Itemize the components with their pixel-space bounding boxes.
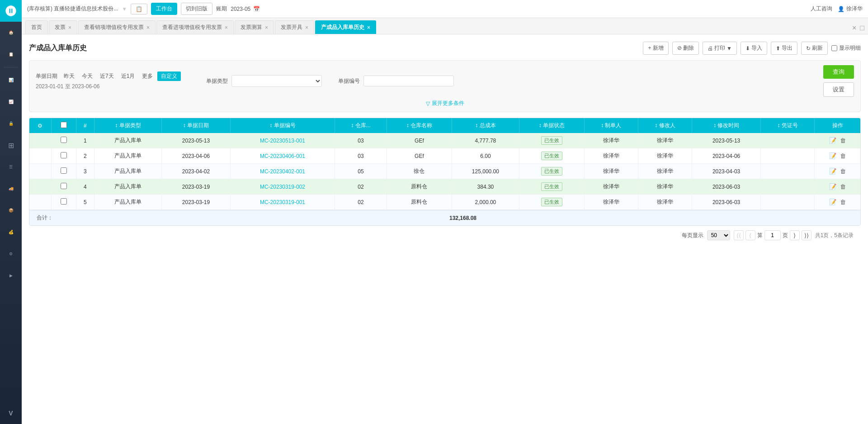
col-creator-header[interactable]: ↕ 制单人	[584, 118, 638, 133]
col-status-header[interactable]: ↕ 单据状态	[519, 118, 585, 133]
row-delete-btn-0[interactable]: 🗑	[840, 137, 846, 144]
help-btn[interactable]: 人工咨询	[811, 5, 832, 13]
row-number-link-1[interactable]: MC-20230406-001	[260, 153, 305, 159]
workbench-btn[interactable]: 工作台	[151, 3, 177, 15]
delete-btn[interactable]: ⊘ 删除	[672, 42, 699, 55]
row-checkbox-0[interactable]	[61, 137, 67, 143]
date-7days-btn[interactable]: 近7天	[97, 71, 117, 81]
row-checkbox-3[interactable]	[61, 183, 67, 189]
col-modify-time-header[interactable]: ↕ 修改时间	[692, 118, 761, 133]
row-delete-btn-1[interactable]: 🗑	[840, 152, 846, 159]
col-warehouse-code-header[interactable]: ↕ 仓库...	[335, 118, 387, 133]
first-page-btn[interactable]: ⟨⟨	[734, 230, 744, 240]
tab-check-output-vat[interactable]: 查看销项增值税专用发票 ×	[78, 20, 156, 34]
type-filter-select[interactable]	[231, 75, 322, 87]
tab-open-invoice[interactable]: 发票开具 ×	[275, 20, 314, 34]
sidebar-item-box[interactable]: 📦	[0, 200, 22, 221]
sidebar-item-list[interactable]: ☰	[0, 156, 22, 178]
row-number-1[interactable]: MC-20230406-001	[230, 148, 335, 164]
show-detail-checkbox[interactable]	[831, 45, 837, 51]
row-edit-btn-2[interactable]: 📝	[829, 168, 836, 175]
tab-invoice[interactable]: 发票 ×	[49, 20, 77, 34]
tab-home[interactable]: 首页	[25, 20, 48, 34]
import-btn[interactable]: ⬇ 导入	[741, 42, 767, 55]
tab-check-input-close[interactable]: ×	[225, 24, 228, 31]
row-edit-btn-4[interactable]: 📝	[829, 199, 836, 205]
row-number-link-4[interactable]: MC-20230319-001	[260, 199, 305, 205]
sidebar-item-play[interactable]: ▶	[0, 265, 22, 286]
maximize-btn[interactable]: □	[860, 24, 864, 32]
col-voucher-header[interactable]: ↕ 凭证号	[761, 118, 815, 133]
next-page-btn[interactable]: ⟩	[790, 230, 800, 240]
set-btn[interactable]: 设置	[823, 82, 854, 97]
row-cb-4[interactable]	[51, 195, 76, 210]
row-checkbox-4[interactable]	[61, 198, 67, 205]
last-page-btn[interactable]: ⟩⟩	[802, 230, 811, 240]
row-cb-2[interactable]	[51, 164, 76, 179]
copy-btn[interactable]: 📋	[131, 4, 147, 14]
row-cb-3[interactable]	[51, 179, 76, 195]
row-edit-btn-0[interactable]: 📝	[829, 137, 836, 144]
tab-check-output-close[interactable]: ×	[146, 24, 150, 31]
row-cb-0[interactable]	[51, 133, 76, 148]
date-yesterday-btn[interactable]: 昨天	[61, 71, 77, 81]
page-size-select[interactable]: 50 20 100 200	[707, 230, 730, 240]
date-custom-btn[interactable]: 自定义	[157, 71, 181, 81]
sidebar-item-dollar[interactable]: 💰	[0, 221, 22, 243]
col-number-header[interactable]: ↕ 单据编号	[230, 118, 335, 133]
tab-invoice-close[interactable]: ×	[68, 24, 71, 31]
row-number-0[interactable]: MC-20230513-001	[230, 133, 335, 148]
sidebar-item-home[interactable]: 🏠	[0, 22, 22, 43]
page-input[interactable]	[764, 230, 781, 240]
company-selector[interactable]: (库存核算) 直播轻捷通信息技术股份...	[27, 5, 118, 13]
sidebar-item-chart[interactable]: 📊	[0, 69, 22, 91]
sidebar-item-settings[interactable]: ⚙	[0, 243, 22, 265]
date-today-btn[interactable]: 今天	[79, 71, 95, 81]
row-number-link-2[interactable]: MC-20230402-001	[260, 168, 305, 175]
number-filter-input[interactable]	[363, 76, 454, 86]
col-cost-header[interactable]: ↕ 总成本	[452, 118, 519, 133]
row-checkbox-1[interactable]	[61, 152, 67, 158]
row-number-link-3[interactable]: MC-20230319-002	[260, 184, 305, 190]
date-1month-btn[interactable]: 近1月	[118, 71, 138, 81]
sidebar-item-report[interactable]: 📈	[0, 91, 22, 113]
col-date-header[interactable]: ↕ 单据日期	[162, 118, 231, 133]
user-menu[interactable]: 👤 徐泽华	[838, 5, 863, 13]
col-warehouse-name-header[interactable]: ↕ 仓库名称	[387, 118, 452, 133]
new-btn[interactable]: + 新增	[643, 42, 668, 55]
col-type-header[interactable]: ↕ 单据类型	[94, 118, 161, 133]
filter-expand-btn[interactable]: ▽ 展开更多条件	[36, 100, 854, 107]
row-delete-btn-2[interactable]: 🗑	[840, 168, 846, 175]
row-number-3[interactable]: MC-20230319-002	[230, 179, 335, 195]
row-cb-1[interactable]	[51, 148, 76, 164]
row-delete-btn-3[interactable]: 🗑	[840, 183, 846, 190]
switch-btn[interactable]: 切到旧版	[181, 3, 212, 15]
tab-check-input-vat[interactable]: 查看进项增值税专用发票 ×	[156, 20, 234, 34]
sidebar-item-grid[interactable]: ⊞	[0, 134, 22, 156]
prev-page-btn[interactable]: ⟨	[745, 230, 755, 240]
row-edit-btn-1[interactable]: 📝	[829, 152, 836, 159]
refresh-btn[interactable]: ↻ 刷新	[801, 42, 828, 55]
print-btn[interactable]: 🖨 打印 ▼	[703, 42, 737, 55]
sidebar-item-lock[interactable]: 🔒	[0, 113, 22, 134]
query-btn[interactable]: 查询	[823, 65, 854, 79]
col-modifier-header[interactable]: ↕ 修改人	[638, 118, 692, 133]
tab-product-close[interactable]: ×	[367, 24, 370, 31]
col-settings-header[interactable]: ⚙	[29, 118, 51, 133]
sidebar-item-doc[interactable]: 📋	[0, 43, 22, 65]
tab-calc-invoice[interactable]: 发票测算 ×	[235, 20, 274, 34]
sidebar-item-truck[interactable]: 🚚	[0, 178, 22, 200]
tab-calc-close[interactable]: ×	[265, 24, 268, 31]
col-checkbox-header[interactable]	[51, 118, 76, 133]
minimize-btn[interactable]: ×	[852, 24, 856, 32]
tab-product-history[interactable]: 产成品入库单历史 ×	[315, 20, 376, 34]
row-number-2[interactable]: MC-20230402-001	[230, 164, 335, 179]
row-number-link-0[interactable]: MC-20230513-001	[260, 138, 305, 144]
sidebar-item-version[interactable]: V	[0, 402, 22, 424]
row-checkbox-2[interactable]	[61, 167, 67, 174]
row-delete-btn-4[interactable]: 🗑	[840, 199, 846, 205]
show-detail-toggle[interactable]: 显示明细	[831, 44, 861, 52]
export-btn[interactable]: ⬆ 导出	[771, 42, 797, 55]
select-all-checkbox[interactable]	[61, 122, 67, 128]
date-more-btn[interactable]: 更多	[139, 71, 156, 81]
